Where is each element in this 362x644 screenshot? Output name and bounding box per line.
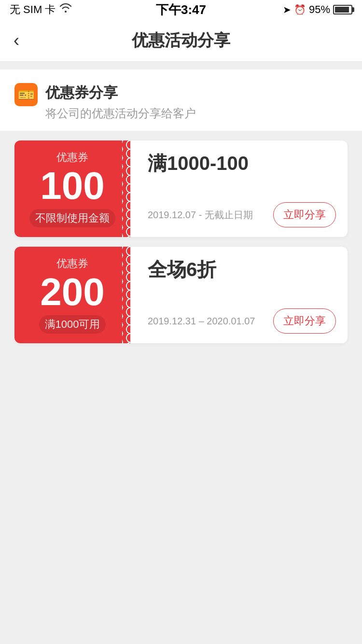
bottom-area <box>0 353 362 643</box>
section-title: 优惠券分享 <box>45 83 196 103</box>
coupon-right-0: 满1000-100 2019.12.07 - 无截止日期 立即分享 <box>130 140 348 237</box>
section-icon: 🎫 <box>14 83 38 106</box>
battery-text: 95% <box>309 3 330 16</box>
coupon-label-0: 优惠券 <box>56 150 88 165</box>
coupon-footer-0: 2019.12.07 - 无截止日期 立即分享 <box>148 202 336 227</box>
status-left: 无 SIM 卡 <box>10 2 72 17</box>
status-time: 下午3:47 <box>156 1 206 18</box>
nav-bar: ‹ 优惠活动分享 <box>0 19 362 62</box>
coupon-condition-1: 满1000可用 <box>39 315 106 334</box>
coupon-condition-0: 不限制使用金额 <box>29 209 115 227</box>
coupon-left-0: 优惠券 100 不限制使用金额 <box>14 140 130 237</box>
coupon-card: 优惠券 200 满1000可用 全场6折 2019.12.31 – 2020.0… <box>14 247 348 343</box>
wifi-icon <box>59 3 72 16</box>
section-text: 优惠券分享 将公司的优惠活动分享给客户 <box>45 83 196 121</box>
coupon-label-1: 优惠券 <box>56 256 88 271</box>
coupon-amount-1: 200 <box>40 273 104 311</box>
back-button[interactable]: ‹ <box>14 32 19 49</box>
coupon-title-1: 全场6折 <box>148 256 336 283</box>
section-header: 🎫 优惠券分享 将公司的优惠活动分享给客户 <box>0 70 362 131</box>
location-icon: ➤ <box>283 4 291 15</box>
coupon-amount-0: 100 <box>40 167 104 205</box>
status-bar: 无 SIM 卡 下午3:47 ➤ ⏰ 95% <box>0 0 362 19</box>
carrier-text: 无 SIM 卡 <box>10 2 56 17</box>
battery-icon <box>333 5 352 14</box>
coupon-footer-1: 2019.12.31 – 2020.01.07 立即分享 <box>148 308 336 334</box>
share-button-0[interactable]: 立即分享 <box>273 202 336 227</box>
coupon-card: 优惠券 100 不限制使用金额 满1000-100 2019.12.07 - 无… <box>14 140 348 237</box>
alarm-icon: ⏰ <box>294 4 306 15</box>
coupon-date-0: 2019.12.07 - 无截止日期 <box>148 208 268 222</box>
nav-title: 优惠活动分享 <box>132 29 230 52</box>
coupon-list: 优惠券 100 不限制使用金额 满1000-100 2019.12.07 - 无… <box>0 131 362 353</box>
status-right: ➤ ⏰ 95% <box>283 3 352 16</box>
coupon-emoji-icon: 🎫 <box>18 87 35 103</box>
coupon-left-1: 优惠券 200 满1000可用 <box>14 247 130 343</box>
section-subtitle: 将公司的优惠活动分享给客户 <box>45 106 196 121</box>
share-button-1[interactable]: 立即分享 <box>273 308 336 334</box>
coupon-date-1: 2019.12.31 – 2020.01.07 <box>148 314 268 328</box>
coupon-title-0: 满1000-100 <box>148 150 336 177</box>
coupon-right-1: 全场6折 2019.12.31 – 2020.01.07 立即分享 <box>130 247 348 343</box>
